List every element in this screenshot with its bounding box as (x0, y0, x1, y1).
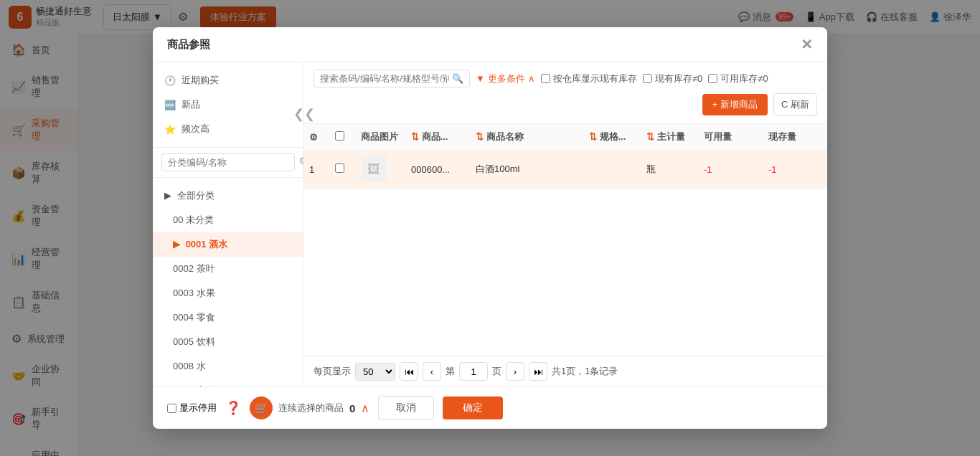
cat-liquor[interactable]: ▶ 0001 酒水 (153, 232, 303, 257)
cart-count: 0 (349, 402, 355, 414)
available-stock-input[interactable] (708, 74, 717, 83)
filter-row: 🔍 ▼ 更多条件 ∧ 按仓库显示现有库存 现有库存≠0 可用库存≠0 (303, 62, 827, 124)
col-checkbox (329, 124, 355, 151)
modal-body: 🕐 近期购买 🆕 新品 ⭐ 频次高 ❮❮ 🔍 ▶ (153, 62, 827, 386)
new-icon: 🆕 (164, 100, 176, 110)
cat-water[interactable]: 0008 水 (153, 354, 303, 379)
has-stock-checkbox[interactable]: 现有库存≠0 (643, 72, 702, 85)
available-stock-checkbox[interactable]: 可用库存≠0 (708, 72, 768, 85)
col-name[interactable]: ⇅ 商品名称 (470, 124, 583, 151)
shortcut-frequent[interactable]: ⭐ 频次高 (153, 117, 303, 141)
row-spec-cell (583, 151, 641, 189)
shortcut-new[interactable]: 🆕 新品 (153, 92, 303, 117)
show-disabled-checkbox[interactable]: 显示停用 (167, 402, 217, 414)
cat-uncategorized[interactable]: 00 未分类 (153, 208, 303, 232)
modal-title: 商品参照 (167, 38, 210, 52)
row-checkbox[interactable] (335, 163, 344, 173)
has-stock-input[interactable] (643, 74, 652, 83)
shortcut-recent[interactable]: 🕐 近期购买 (153, 68, 303, 92)
col-stock[interactable]: 现存量 (763, 124, 827, 151)
col-image: 商品图片 (355, 124, 405, 151)
page-prev-btn[interactable]: ‹ (423, 362, 441, 381)
page-number-input[interactable] (459, 362, 488, 381)
row-index: 1 (303, 151, 329, 189)
star-icon: ⭐ (164, 124, 176, 135)
col-settings[interactable]: ⚙ (303, 124, 329, 151)
show-disabled-input[interactable] (167, 404, 176, 413)
filter-search-wrap: 🔍 (314, 70, 470, 87)
table-header-row: ⚙ 商品图片 ⇅ 商品... (303, 124, 827, 151)
row-unit-cell: 瓶 (641, 151, 698, 189)
product-table: ⚙ 商品图片 ⇅ 商品... (303, 124, 827, 189)
sort-icon-unit: ⇅ (646, 131, 654, 142)
col-available[interactable]: 可用量 (698, 124, 763, 151)
recent-icon: 🕐 (164, 75, 176, 86)
filter-search-icon[interactable]: 🔍 (452, 73, 463, 84)
per-page-select[interactable]: 50 100 200 (355, 363, 395, 381)
show-in-stock-checkbox[interactable]: 按仓库显示现有库存 (541, 72, 637, 85)
row-image-cell: 🖼 (355, 151, 405, 189)
shortcuts-area: 🕐 近期购买 🆕 新品 ⭐ 频次高 (153, 62, 303, 148)
product-thumb: 🖼 (361, 156, 387, 182)
page-next-btn[interactable]: › (506, 362, 524, 381)
cart-icon[interactable]: 🛒 (250, 396, 273, 419)
category-search-row: 🔍 (153, 148, 303, 178)
footer-cart: 🛒 连续选择的商品 0 ∧ (250, 396, 369, 419)
help-icon[interactable]: ❓ (225, 400, 241, 416)
product-table-wrap: ⚙ 商品图片 ⇅ 商品... (303, 124, 827, 356)
col-spec[interactable]: ⇅ 规格... (583, 124, 641, 151)
col-code[interactable]: ⇅ 商品... (405, 124, 470, 151)
row-code-cell: 000600... (405, 151, 470, 189)
cat-fruit[interactable]: 0003 水果 (153, 281, 303, 305)
row-available-cell: -1 (698, 151, 763, 189)
cat-appliance[interactable]: 0010 家电 (153, 379, 303, 386)
modal-close-button[interactable]: ✕ (801, 37, 813, 52)
filter-more-btn[interactable]: ▼ 更多条件 ∧ (476, 72, 535, 85)
modal-footer: 显示停用 ❓ 🛒 连续选择的商品 0 ∧ 取消 确定 (153, 386, 827, 429)
filter-icon: ▼ (476, 73, 485, 84)
cat-snack[interactable]: 0004 零食 (153, 305, 303, 330)
sort-icon-name: ⇅ (476, 131, 484, 142)
show-in-stock-input[interactable] (541, 74, 550, 83)
col-unit[interactable]: ⇅ 主计量 (641, 124, 698, 151)
refresh-btn[interactable]: C 刷新 (773, 93, 817, 116)
page-first-btn[interactable]: ⏮ (400, 362, 418, 381)
add-product-btn[interactable]: + 新增商品 (702, 94, 768, 115)
modal-header: 商品参照 ✕ (153, 27, 827, 62)
cat-drink[interactable]: 0005 饮料 (153, 330, 303, 354)
select-all-checkbox[interactable] (335, 131, 344, 141)
sort-icon-spec: ⇅ (589, 131, 597, 142)
cat-all[interactable]: ▶ 全部分类 (153, 184, 303, 208)
confirm-button[interactable]: 确定 (443, 396, 503, 419)
row-name-cell: 白酒100ml (470, 151, 583, 189)
category-search-input[interactable] (161, 153, 295, 171)
cancel-button[interactable]: 取消 (378, 396, 434, 420)
modal-dialog: 商品参照 ✕ 🕐 近期购买 🆕 新品 ⭐ 频次高 ❮❮ (153, 27, 827, 429)
pagination-total: 共1页，1条记录 (552, 365, 618, 378)
cat-tea[interactable]: 0002 茶叶 (153, 257, 303, 281)
sort-icon-code: ⇅ (411, 131, 419, 142)
right-panel: 🔍 ▼ 更多条件 ∧ 按仓库显示现有库存 现有库存≠0 可用库存≠0 (303, 62, 827, 386)
table-row[interactable]: 1 🖼 000600... (303, 151, 827, 189)
left-panel: 🕐 近期购买 🆕 新品 ⭐ 频次高 ❮❮ 🔍 ▶ (153, 62, 303, 386)
pagination-row: 每页显示 50 100 200 ⏮ ‹ 第 页 › ⏭ 共1页，1条记录 (303, 356, 827, 386)
row-checkbox-cell[interactable] (329, 151, 355, 189)
left-panel-collapse-btn[interactable]: ❮❮ (293, 106, 315, 122)
category-tree: ▶ 全部分类 00 未分类 ▶ 0001 酒水 0002 茶叶 0003 水果 (153, 178, 303, 386)
row-stock-cell: -1 (763, 151, 827, 189)
page-last-btn[interactable]: ⏭ (529, 362, 547, 381)
filter-search-input[interactable] (320, 70, 449, 87)
collapse-up-btn[interactable]: ∧ (361, 402, 369, 415)
